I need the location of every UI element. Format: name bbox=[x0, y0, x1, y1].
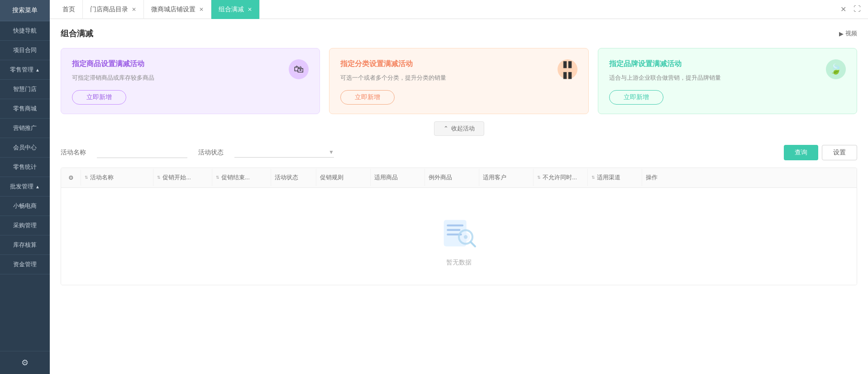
settings-button[interactable]: 设置 bbox=[822, 145, 857, 160]
activity-name-input[interactable] bbox=[97, 147, 187, 158]
category-icon: ▮▮▮▮ bbox=[558, 59, 577, 79]
sidebar-item-member-center[interactable]: 会员中心 bbox=[0, 138, 50, 158]
sidebar-item-project-contract[interactable]: 项目合同 bbox=[0, 41, 50, 60]
chevron-up-icon: ⌃ bbox=[444, 125, 448, 132]
chevron-up-icon: ▲ bbox=[35, 67, 40, 72]
sidebar-search-item[interactable]: 搜索菜单 bbox=[0, 0, 50, 21]
table-header: ⚙ ⇅ 活动名称 ⇅ 促销开始... ⇅ 促销结束... 活动状态 bbox=[61, 168, 857, 188]
sidebar-item-finance[interactable]: 资金管理 bbox=[0, 255, 50, 274]
sidebar-item-label: 零售统计 bbox=[13, 163, 37, 171]
svg-rect-2 bbox=[447, 229, 460, 231]
sidebar-item-label: 会员中心 bbox=[13, 144, 37, 152]
cards-row: 🛍 指定商品设置满减活动 可指定滞销商品或库存较多商品 立即新增 ▮▮▮▮ 指定… bbox=[61, 48, 857, 114]
sort-icon: ⇅ bbox=[591, 175, 595, 180]
th-promo-rule: 促销规则 bbox=[316, 169, 371, 186]
page-content: 组合满减 ▶ 视频 🛍 指定商品设置满减活动 可指定滞销商品或库存较多商品 立即… bbox=[50, 19, 868, 374]
sidebar-item-retail-mall[interactable]: 零售商城 bbox=[0, 99, 50, 119]
chevron-down-icon: ▼ bbox=[329, 149, 334, 155]
tabbar: 首页 门店商品目录 ✕ 微商城店铺设置 ✕ 组合满减 ✕ ✕ ⛶ bbox=[50, 0, 868, 19]
video-link[interactable]: ▶ 视频 bbox=[839, 29, 857, 38]
tab-home[interactable]: 首页 bbox=[55, 0, 83, 19]
close-icon[interactable]: ✕ bbox=[132, 6, 136, 13]
th-conflict[interactable]: ⇅ 不允许同时... bbox=[534, 169, 588, 186]
video-label: 视频 bbox=[845, 29, 857, 38]
activity-status-select[interactable]: ▼ bbox=[234, 147, 334, 158]
sidebar-bottom: ⚙ bbox=[0, 351, 50, 374]
activity-status-label: 活动状态 bbox=[198, 149, 224, 157]
chevron-down-icon: ▲ bbox=[35, 184, 40, 189]
sidebar-item-retail-stats[interactable]: 零售统计 bbox=[0, 158, 50, 177]
card-desc: 适合与上游企业联合做营销，提升品牌销量 bbox=[609, 73, 846, 83]
sidebar-item-label: 批发管理 bbox=[10, 182, 33, 191]
th-applicable-goods: 适用商品 bbox=[371, 169, 425, 186]
sort-icon: ⇅ bbox=[537, 175, 541, 180]
sidebar-item-label: 零售管理 bbox=[10, 66, 33, 74]
th-gear[interactable]: ⚙ bbox=[61, 170, 81, 186]
product-icon: 🛍 bbox=[289, 59, 309, 79]
th-activity-name[interactable]: ⇅ 活动名称 bbox=[81, 169, 153, 186]
close-icon[interactable]: ✕ bbox=[248, 6, 252, 13]
sidebar-item-purchase-mgmt[interactable]: 采购管理 bbox=[0, 216, 50, 235]
sidebar-item-xiaochange[interactable]: 小畅电商 bbox=[0, 197, 50, 216]
page-title: 组合满减 bbox=[61, 28, 93, 39]
th-except-goods: 例外商品 bbox=[425, 169, 479, 186]
play-icon: ▶ bbox=[839, 30, 844, 37]
filter-actions: 查询 设置 bbox=[784, 145, 857, 160]
tab-store-catalog[interactable]: 门店商品目录 ✕ bbox=[83, 0, 144, 19]
sidebar-item-label: 项目合同 bbox=[13, 46, 37, 54]
sidebar-item-inventory[interactable]: 库存核算 bbox=[0, 235, 50, 255]
sidebar-item-marketing[interactable]: 营销推广 bbox=[0, 119, 50, 138]
add-product-activity-button[interactable]: 立即新增 bbox=[72, 90, 126, 105]
th-operation: 操作 bbox=[642, 169, 857, 186]
sidebar: 搜索菜单 快捷导航 项目合同 零售管理 ▲ 智慧门店 零售商城 营销推广 会员中… bbox=[0, 0, 50, 374]
add-brand-activity-button[interactable]: 立即新增 bbox=[609, 90, 663, 105]
close-window-icon[interactable]: ✕ bbox=[839, 5, 848, 14]
tab-combo-discount[interactable]: 组合满减 ✕ bbox=[211, 0, 260, 19]
card-by-product: 🛍 指定商品设置满减活动 可指定滞销商品或库存较多商品 立即新增 bbox=[61, 48, 320, 114]
card-title: 指定品牌设置满减活动 bbox=[609, 59, 846, 69]
collapse-bar: ⌃ 收起活动 bbox=[61, 121, 857, 136]
sidebar-item-retail-mgmt[interactable]: 零售管理 ▲ bbox=[0, 60, 50, 80]
sidebar-item-wholesale-mgmt[interactable]: 批发管理 ▲ bbox=[0, 177, 50, 197]
tab-wechat-settings[interactable]: 微商城店铺设置 ✕ bbox=[144, 0, 211, 19]
tab-label: 组合满减 bbox=[219, 5, 244, 14]
add-category-activity-button[interactable]: 立即新增 bbox=[340, 90, 395, 105]
activity-name-label: 活动名称 bbox=[61, 149, 86, 157]
collapse-label: 收起活动 bbox=[451, 125, 475, 133]
tab-label: 微商城店铺设置 bbox=[151, 5, 196, 14]
query-button[interactable]: 查询 bbox=[784, 145, 818, 160]
expand-icon[interactable]: ⛶ bbox=[852, 5, 863, 14]
sidebar-item-label: 资金管理 bbox=[13, 260, 37, 269]
card-desc: 可指定滞销商品或库存较多商品 bbox=[72, 73, 309, 83]
tab-label: 首页 bbox=[62, 5, 75, 14]
tab-label: 门店商品目录 bbox=[90, 5, 128, 14]
th-applicable-channel[interactable]: ⇅ 适用渠道 bbox=[588, 169, 642, 186]
th-activity-status: 活动状态 bbox=[271, 169, 316, 186]
sidebar-item-label: 快捷导航 bbox=[13, 27, 37, 35]
close-icon[interactable]: ✕ bbox=[199, 6, 204, 13]
sort-icon: ⇅ bbox=[85, 175, 88, 180]
svg-line-6 bbox=[471, 242, 475, 246]
sidebar-item-label: 营销推广 bbox=[13, 124, 37, 132]
th-promo-start[interactable]: ⇅ 促销开始... bbox=[153, 169, 212, 186]
main-area: 首页 门店商品目录 ✕ 微商城店铺设置 ✕ 组合满减 ✕ ✕ ⛶ 组合满减 ▶ … bbox=[50, 0, 868, 374]
sidebar-search-label: 搜索菜单 bbox=[12, 6, 38, 14]
th-applicable-customer: 适用客户 bbox=[479, 169, 534, 186]
card-by-brand: 🍃 指定品牌设置满减活动 适合与上游企业联合做营销，提升品牌销量 立即新增 bbox=[598, 48, 857, 114]
collapse-button[interactable]: ⌃ 收起活动 bbox=[434, 121, 484, 136]
gear-icon: ⚙ bbox=[68, 174, 74, 181]
brand-icon: 🍃 bbox=[826, 59, 846, 79]
sidebar-item-smart-store[interactable]: 智慧门店 bbox=[0, 80, 50, 99]
sidebar-item-quick-nav[interactable]: 快捷导航 bbox=[0, 21, 50, 41]
card-by-category: ▮▮▮▮ 指定分类设置满减活动 可选一个或者多个分类，提升分类的销量 立即新增 bbox=[329, 48, 588, 114]
svg-rect-1 bbox=[447, 225, 463, 226]
filter-row: 活动名称 活动状态 ▼ 查询 设置 bbox=[61, 145, 857, 160]
th-promo-end[interactable]: ⇅ 促销结束... bbox=[212, 169, 271, 186]
card-title: 指定商品设置满减活动 bbox=[72, 59, 309, 69]
sidebar-item-label: 库存核算 bbox=[13, 241, 37, 249]
page-header: 组合满减 ▶ 视频 bbox=[61, 28, 857, 39]
empty-state: 暂无数据 bbox=[61, 188, 857, 285]
gear-icon[interactable]: ⚙ bbox=[0, 351, 50, 374]
card-desc: 可选一个或者多个分类，提升分类的销量 bbox=[340, 73, 577, 83]
empty-text: 暂无数据 bbox=[446, 259, 472, 267]
